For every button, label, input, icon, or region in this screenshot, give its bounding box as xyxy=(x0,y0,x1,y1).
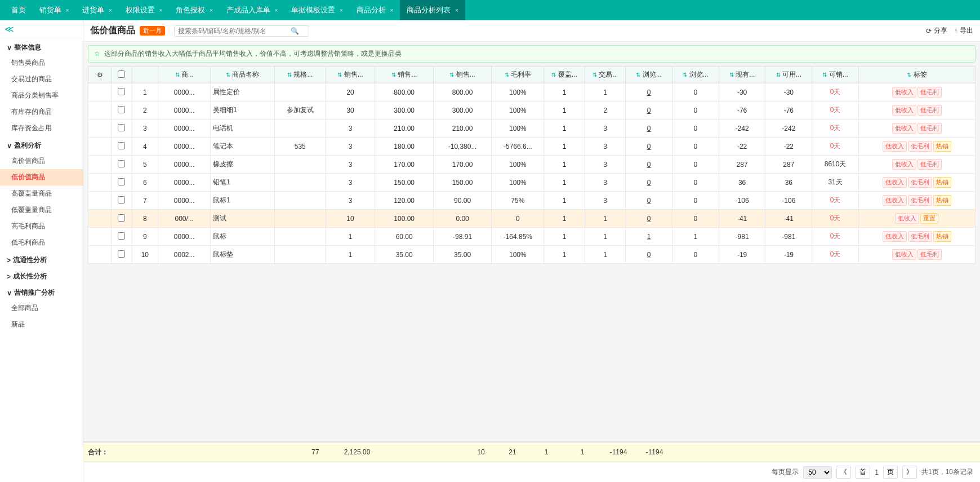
col-browse1-header[interactable]: ⇅ 浏览... xyxy=(626,67,672,83)
sidebar-item-stock-fund[interactable]: 库存资金占用 xyxy=(0,120,83,136)
cell-browse1[interactable]: 0 xyxy=(626,174,672,192)
col-stock-header[interactable]: ⇅ 现有... xyxy=(719,67,765,83)
browse1-link[interactable]: 0 xyxy=(647,125,651,132)
browse1-link[interactable]: 0 xyxy=(647,179,651,187)
row-checkbox[interactable] xyxy=(118,196,125,204)
sidebar-item-low-margin[interactable]: 低毛利商品 xyxy=(0,235,83,251)
first-page-button[interactable]: 《 xyxy=(836,466,851,479)
cell-check[interactable] xyxy=(112,192,132,210)
sidebar-group-profit[interactable]: ∨ 盈利分析 xyxy=(0,136,83,153)
search-box[interactable]: 🔍 xyxy=(174,25,309,37)
browse1-link[interactable]: 1 xyxy=(647,233,651,241)
cell-browse1[interactable]: 0 xyxy=(626,210,672,228)
sidebar-item-new-products[interactable]: 新品 xyxy=(0,316,83,333)
row-checkbox[interactable] xyxy=(118,124,125,131)
sidebar-item-sales-products[interactable]: 销售类商品 xyxy=(0,55,83,71)
sidebar-group-growth[interactable]: > 成长性分析 xyxy=(0,267,83,284)
nav-sales[interactable]: 销货单 × xyxy=(33,0,75,20)
nav-analysis-list[interactable]: 商品分析列表 × xyxy=(400,0,465,20)
sidebar-group-overall[interactable]: ∨ 整体信息 xyxy=(0,38,83,55)
sidebar-item-low-value[interactable]: 低价值商品 xyxy=(0,169,83,185)
search-icon[interactable]: 🔍 xyxy=(291,27,299,35)
col-spec-header[interactable]: ⇅ 规格... xyxy=(275,67,326,83)
row-checkbox[interactable] xyxy=(118,106,125,113)
cell-check[interactable] xyxy=(112,228,132,246)
search-input[interactable] xyxy=(178,27,291,35)
period-tag[interactable]: 近一月 xyxy=(140,26,165,36)
cell-browse1[interactable]: 0 xyxy=(626,192,672,210)
sidebar-item-high-value[interactable]: 高价值商品 xyxy=(0,153,83,169)
nav-analysis[interactable]: 商品分析 × xyxy=(350,0,400,20)
nav-template[interactable]: 单据模板设置 × xyxy=(284,0,349,20)
next-page-button[interactable]: 页 xyxy=(883,466,898,479)
nav-purchase[interactable]: 进货单 × xyxy=(75,0,118,20)
cell-check[interactable] xyxy=(112,83,132,101)
cell-browse1[interactable]: 0 xyxy=(626,156,672,174)
share-button[interactable]: ⟳ 分享 xyxy=(926,26,947,36)
sidebar-item-traded-products[interactable]: 交易过的商品 xyxy=(0,71,83,87)
cell-check[interactable] xyxy=(112,210,132,228)
row-checkbox[interactable] xyxy=(118,88,125,95)
col-sale-days-header[interactable]: ⇅ 可销... xyxy=(812,67,859,83)
nav-production[interactable]: 产成品入库单 × xyxy=(220,0,284,20)
row-checkbox[interactable] xyxy=(118,214,125,222)
sidebar-collapse-icon[interactable]: ≪ xyxy=(5,24,14,34)
col-code-header[interactable]: ⇅ 商... xyxy=(158,67,211,83)
cell-settings[interactable] xyxy=(88,83,112,101)
col-settings-header[interactable]: ⚙ xyxy=(88,67,112,83)
cell-browse1[interactable]: 0 xyxy=(626,120,672,138)
col-sales-cost-header[interactable]: ⇅ 销售... xyxy=(433,67,491,83)
col-avail-header[interactable]: ⇅ 可用... xyxy=(765,67,812,83)
sidebar-item-category-rate[interactable]: 商品分类销售率 xyxy=(0,87,83,104)
col-browse2-header[interactable]: ⇅ 浏览... xyxy=(672,67,719,83)
browse1-link[interactable]: 0 xyxy=(647,107,651,114)
prev-page-button[interactable]: 首 xyxy=(856,466,870,479)
browse1-link[interactable]: 0 xyxy=(647,251,651,259)
cell-browse1[interactable]: 0 xyxy=(626,101,672,120)
row-checkbox[interactable] xyxy=(118,142,125,149)
table-container[interactable]: ⚙ ⇅ 商... ⇅ 商品名称 ⇅ 规格... ⇅ 销售... ⇅ 销售... … xyxy=(88,66,975,441)
cell-check[interactable] xyxy=(112,156,132,174)
sidebar-group-marketing[interactable]: ∨ 营销推广分析 xyxy=(0,284,83,300)
cell-browse1[interactable]: 0 xyxy=(626,83,672,101)
col-check-header[interactable] xyxy=(112,67,132,83)
sidebar-item-low-cover[interactable]: 低覆盖量商品 xyxy=(0,202,83,218)
browse1-link[interactable]: 0 xyxy=(647,197,651,205)
export-button[interactable]: ↑ 导出 xyxy=(954,26,973,36)
browse1-link[interactable]: 0 xyxy=(647,89,651,96)
cell-browse1[interactable]: 0 xyxy=(626,246,672,264)
sidebar-group-liquidity[interactable]: > 流通性分析 xyxy=(0,251,83,267)
row-checkbox[interactable] xyxy=(118,232,125,240)
cell-check[interactable] xyxy=(112,138,132,156)
browse1-link[interactable]: 0 xyxy=(647,161,651,169)
cell-check[interactable] xyxy=(112,120,132,138)
col-sales-qty-header[interactable]: ⇅ 销售... xyxy=(326,67,375,83)
browse1-link[interactable]: 0 xyxy=(647,143,651,151)
cell-settings[interactable] xyxy=(88,246,112,264)
sidebar-item-all-products[interactable]: 全部商品 xyxy=(0,300,83,316)
select-all-checkbox[interactable] xyxy=(118,70,125,78)
row-checkbox[interactable] xyxy=(118,160,125,167)
col-gross-header[interactable]: ⇅ 毛利率 xyxy=(492,67,544,83)
cell-settings[interactable] xyxy=(88,101,112,120)
sidebar-item-stock-products[interactable]: 有库存的商品 xyxy=(0,104,83,120)
browse1-link[interactable]: 0 xyxy=(647,215,651,223)
cell-browse1[interactable]: 1 xyxy=(626,228,672,246)
cell-browse1[interactable]: 0 xyxy=(626,138,672,156)
row-checkbox[interactable] xyxy=(118,178,125,185)
row-checkbox[interactable] xyxy=(118,250,125,258)
cell-settings[interactable] xyxy=(88,174,112,192)
sidebar-item-high-cover[interactable]: 高覆盖量商品 xyxy=(0,185,83,202)
col-tag-header[interactable]: ⇅ 标签 xyxy=(858,67,975,83)
col-name-header[interactable]: ⇅ 商品名称 xyxy=(211,67,275,83)
cell-check[interactable] xyxy=(112,174,132,192)
nav-permission[interactable]: 权限设置 × xyxy=(119,0,169,20)
last-page-button[interactable]: 》 xyxy=(902,466,917,479)
page-size-select[interactable]: 50 100 200 xyxy=(803,466,832,479)
col-cover-header[interactable]: ⇅ 覆盖... xyxy=(544,67,585,83)
nav-home[interactable]: 首页 xyxy=(5,0,33,20)
cell-settings[interactable] xyxy=(88,210,112,228)
col-trade-header[interactable]: ⇅ 交易... xyxy=(585,67,625,83)
cell-check[interactable] xyxy=(112,246,132,264)
cell-settings[interactable] xyxy=(88,192,112,210)
